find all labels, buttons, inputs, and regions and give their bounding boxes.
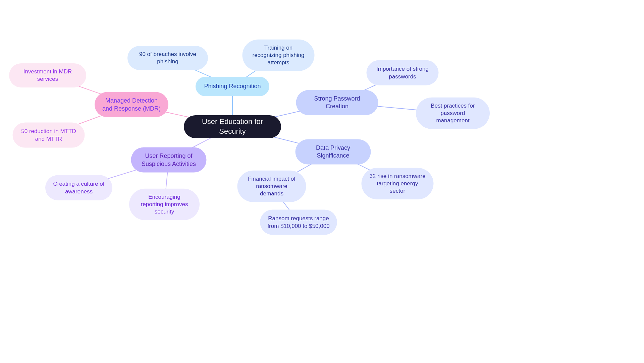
node-mdr: Managed Detection and Response (MDR) bbox=[95, 92, 168, 117]
node-investment-mdr: Investment in MDR services bbox=[9, 63, 86, 87]
node-creating-culture: Creating a culture of awareness bbox=[45, 175, 112, 200]
node-phishing-recognition: Phishing Recognition bbox=[196, 77, 269, 96]
center-node: User Education for Security bbox=[184, 115, 281, 138]
node-reduction-mttd: 50 reduction in MTTD and MTTR bbox=[13, 123, 85, 148]
node-training-phishing: Training on recognizing phishing attempt… bbox=[243, 40, 315, 71]
mind-map-container: User Education for SecurityPhishing Reco… bbox=[0, 0, 644, 363]
node-ransom-range: Ransom requests range from $10,000 to $5… bbox=[260, 210, 337, 235]
node-data-privacy: Data Privacy Significance bbox=[296, 139, 371, 165]
node-breaches-phishing: 90 of breaches involve phishing bbox=[127, 46, 208, 70]
node-encouraging-reporting: Encouraging reporting improves security bbox=[129, 189, 200, 220]
node-user-reporting: User Reporting of Suspicious Activities bbox=[131, 147, 207, 173]
node-ransomware-rise: 32 rise in ransomware targeting energy s… bbox=[362, 168, 434, 199]
node-strong-password: Strong Password Creation bbox=[296, 90, 378, 115]
node-financial-impact: Financial impact of ransomware demands bbox=[237, 171, 306, 202]
node-importance-passwords: Importance of strong passwords bbox=[367, 60, 439, 85]
node-best-practices: Best practices for password management bbox=[416, 98, 490, 129]
